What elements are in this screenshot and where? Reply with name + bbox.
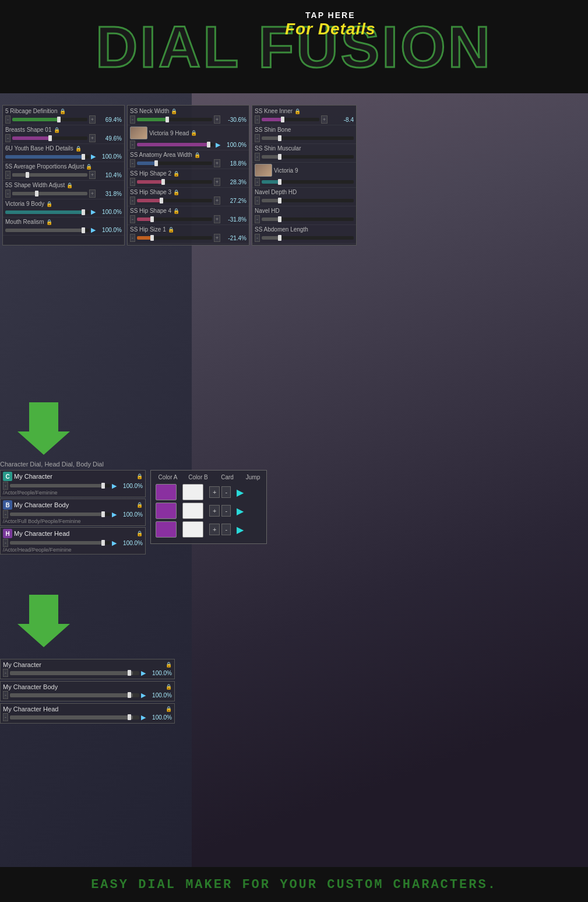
plus-btn[interactable]: + — [214, 234, 220, 242]
slider-track[interactable] — [5, 229, 89, 232]
card-plus-btn-2[interactable]: + — [209, 505, 220, 517]
slider-track[interactable] — [10, 671, 139, 675]
slider-track[interactable] — [10, 513, 110, 516]
color-a-swatch-2[interactable] — [156, 503, 177, 519]
minus-btn[interactable]: - — [3, 669, 8, 677]
minus-btn[interactable]: - — [130, 159, 135, 167]
list-item: 6U Youth Base HD Details 🔒 ▶ 100.0% — [3, 144, 124, 162]
slider-track[interactable] — [262, 155, 354, 159]
minus-btn[interactable]: - — [130, 115, 135, 124]
card-plus-btn-3[interactable]: + — [209, 524, 220, 535]
color-a-swatch-3[interactable] — [156, 521, 177, 538]
slider-track[interactable] — [262, 118, 319, 121]
slider-track[interactable] — [12, 173, 87, 177]
down-arrow-1 — [17, 402, 70, 455]
plus-btn[interactable]: + — [89, 134, 96, 142]
slider-track[interactable] — [137, 236, 212, 240]
slider-track[interactable] — [262, 180, 354, 184]
minus-btn[interactable]: - — [5, 189, 10, 198]
slider-track[interactable] — [137, 180, 212, 184]
play-btn[interactable]: ▶ — [91, 226, 96, 234]
slider-track[interactable] — [137, 199, 212, 202]
play-btn[interactable]: ▶ — [216, 141, 220, 149]
plus-btn[interactable]: + — [214, 196, 220, 205]
slider-value: -31.8% — [222, 216, 247, 223]
minus-btn[interactable]: - — [3, 691, 8, 699]
bottom-slider-name: My Character — [3, 661, 41, 668]
card-plus-btn-1[interactable]: + — [209, 486, 220, 498]
list-item: SS Knee Inner 🔒 - + -8.4 — [252, 107, 356, 125]
slider-track[interactable] — [5, 155, 89, 159]
slider-track[interactable] — [262, 236, 354, 240]
minus-btn[interactable]: - — [255, 234, 260, 242]
plus-btn[interactable]: + — [214, 115, 220, 124]
jump-btn-2[interactable]: ▶ — [237, 506, 244, 517]
minus-btn[interactable]: - — [5, 171, 10, 179]
minus-btn[interactable]: - — [3, 510, 8, 518]
plus-btn[interactable]: + — [214, 159, 220, 167]
slider-track[interactable] — [12, 136, 87, 140]
slider-track[interactable] — [12, 118, 87, 121]
lock-icon: 🔒 — [194, 152, 200, 158]
slider-track[interactable] — [10, 484, 110, 487]
card-minus-btn-3[interactable]: - — [221, 524, 231, 535]
list-item: My Character 🔒 - ▶ 100.0% — [0, 659, 175, 679]
header-tap-area[interactable]: TAP HERE For Details — [285, 10, 376, 38]
play-btn[interactable]: ▶ — [91, 208, 96, 216]
minus-btn[interactable]: - — [130, 215, 135, 223]
color-b-swatch-2[interactable] — [182, 503, 203, 519]
plus-btn[interactable]: + — [214, 178, 220, 186]
minus-btn[interactable]: - — [130, 196, 135, 205]
play-btn[interactable]: ▶ — [112, 482, 117, 490]
slider-track[interactable] — [5, 210, 89, 214]
slider-track[interactable] — [10, 715, 139, 720]
color-b-swatch-1[interactable] — [182, 484, 203, 500]
minus-btn[interactable]: - — [255, 215, 260, 223]
color-a-swatch-1[interactable] — [156, 484, 177, 500]
slider-track[interactable] — [137, 118, 212, 121]
plus-btn[interactable]: + — [89, 189, 96, 198]
play-btn[interactable]: ▶ — [141, 714, 146, 721]
slider-track[interactable] — [137, 217, 212, 221]
minus-btn[interactable]: - — [255, 115, 260, 124]
lock-icon: 🔒 — [173, 171, 179, 177]
minus-btn[interactable]: - — [3, 713, 8, 721]
minus-btn[interactable]: - — [3, 539, 8, 547]
badge-h: H — [3, 529, 12, 538]
slider-track[interactable] — [12, 192, 87, 195]
plus-btn[interactable]: + — [89, 171, 96, 179]
play-btn[interactable]: ▶ — [91, 153, 96, 160]
slider-track[interactable] — [137, 162, 212, 165]
minus-btn[interactable]: - — [130, 141, 135, 149]
card-minus-btn-2[interactable]: - — [221, 505, 231, 517]
plus-btn[interactable]: + — [89, 115, 96, 124]
slider-track[interactable] — [262, 136, 354, 140]
minus-btn[interactable]: - — [130, 178, 135, 186]
minus-btn[interactable]: - — [255, 153, 260, 161]
slider-track[interactable] — [137, 143, 214, 146]
plus-btn[interactable]: + — [214, 215, 220, 223]
minus-btn[interactable]: - — [5, 115, 10, 124]
lock-icon: 🔒 — [166, 684, 172, 690]
slider-track[interactable] — [262, 199, 354, 202]
color-b-swatch-3[interactable] — [182, 521, 203, 538]
minus-btn[interactable]: - — [255, 134, 260, 142]
minus-btn[interactable]: - — [5, 134, 10, 142]
jump-btn-3[interactable]: ▶ — [237, 524, 244, 535]
minus-btn[interactable]: - — [255, 196, 260, 205]
play-btn[interactable]: ▶ — [141, 669, 146, 677]
card-minus-btn-1[interactable]: - — [221, 486, 231, 498]
play-btn[interactable]: ▶ — [141, 692, 146, 699]
slider-track[interactable] — [262, 217, 354, 221]
plus-btn[interactable]: + — [321, 115, 328, 124]
slider-track[interactable] — [10, 541, 110, 545]
play-btn[interactable]: ▶ — [112, 511, 117, 518]
play-btn[interactable]: ▶ — [112, 539, 117, 547]
minus-btn[interactable]: - — [255, 178, 260, 186]
lock-icon: 🔒 — [168, 227, 174, 233]
minus-btn[interactable]: - — [3, 482, 8, 490]
jump-btn-1[interactable]: ▶ — [237, 487, 244, 498]
slider-track[interactable] — [10, 693, 139, 697]
main-content: 5 Ribcage Definition 🔒 - + 69.4% Breasts… — [0, 93, 588, 902]
minus-btn[interactable]: - — [130, 234, 135, 242]
